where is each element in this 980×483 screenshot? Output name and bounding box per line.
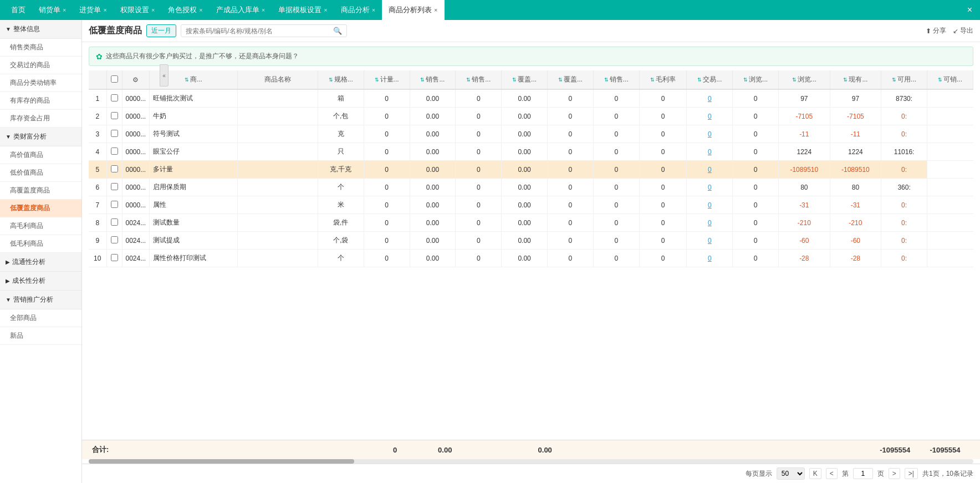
- sidebar-section-marketing[interactable]: ▼ 营销推广分析: [0, 291, 81, 309]
- cell-browse1[interactable]: 0: [687, 161, 733, 179]
- close-icon[interactable]: ×: [324, 7, 327, 13]
- cell-browse1[interactable]: 0: [687, 196, 733, 214]
- cell-check[interactable]: [106, 143, 122, 161]
- horizontal-scrollbar[interactable]: [89, 459, 354, 464]
- sidebar-section-liquidity[interactable]: ▶ 流通性分析: [0, 253, 81, 272]
- cell-cover-qty: 0: [456, 89, 502, 108]
- nav-templates[interactable]: 单据模板设置 ×: [272, 0, 334, 20]
- select-all-checkbox[interactable]: [111, 75, 118, 83]
- nav-permissions[interactable]: 权限设置 ×: [114, 0, 161, 20]
- nav-purchase[interactable]: 进货单 ×: [73, 0, 113, 20]
- cell-check[interactable]: [106, 125, 122, 143]
- next-page-button[interactable]: >: [889, 468, 900, 479]
- nav-analysis-list[interactable]: 商品分析列表 ×: [382, 0, 444, 20]
- cell-check[interactable]: [106, 250, 122, 267]
- row-checkbox[interactable]: [111, 165, 118, 172]
- sidebar-section-wealth[interactable]: ▼ 类财富分析: [0, 128, 81, 146]
- cell-check[interactable]: [106, 179, 122, 196]
- sidebar-section-overall[interactable]: ▼ 整体信息: [0, 20, 81, 39]
- cell-browse1[interactable]: 0: [687, 143, 733, 161]
- search-input[interactable]: [186, 27, 333, 35]
- table-row: 8 0024... 测试数量 袋,件 0 0.00 0 0.00 0 0 0 0…: [89, 214, 973, 232]
- cell-sold-customers: 0: [547, 250, 593, 267]
- share-button[interactable]: ⬆ 分享: [926, 26, 946, 35]
- cell-gross-rate: 0: [593, 161, 639, 179]
- nav-products[interactable]: 产成品入库单 ×: [210, 0, 272, 20]
- row-checkbox[interactable]: [111, 254, 118, 261]
- sidebar-item-stock-capital[interactable]: 库存资金占用: [0, 110, 81, 128]
- cell-browse1[interactable]: 0: [687, 125, 733, 143]
- row-checkbox[interactable]: [111, 148, 118, 155]
- nav-analysis[interactable]: 商品分析 ×: [334, 0, 382, 20]
- cell-cover-rate: 0.00: [502, 143, 548, 161]
- table-row: 7 0000... 属性 米 0 0.00 0 0.00 0 0 0 0 0 -…: [89, 196, 973, 214]
- total-label: 合计:: [92, 445, 109, 455]
- close-icon[interactable]: ×: [151, 7, 155, 13]
- cell-browse1[interactable]: 0: [687, 89, 733, 108]
- export-button[interactable]: ↙ 导出: [953, 26, 973, 35]
- sidebar-collapse-button[interactable]: «: [160, 64, 169, 87]
- cell-sellable: 0:: [881, 108, 927, 125]
- cell-cover-qty: 0: [456, 179, 502, 196]
- sidebar-item-low-margin[interactable]: 低毛利商品: [0, 235, 81, 253]
- sidebar-item-high-coverage[interactable]: 高覆盖度商品: [0, 182, 81, 200]
- sidebar-item-sales-goods[interactable]: 销售类商品: [0, 39, 81, 57]
- sidebar-section-growth[interactable]: ▶ 成长性分析: [0, 272, 81, 291]
- date-filter-button[interactable]: 近一月: [146, 24, 176, 37]
- cell-sold-customers: 0: [547, 232, 593, 250]
- sidebar-item-traded-goods[interactable]: 交易过的商品: [0, 57, 81, 74]
- cell-spec: [237, 125, 318, 143]
- export-icon: ↙: [953, 27, 958, 35]
- cell-current-stock: -28: [779, 250, 830, 267]
- page-number-input[interactable]: [853, 468, 873, 479]
- cell-browse1[interactable]: 0: [687, 214, 733, 232]
- col-settings[interactable]: ⚙: [122, 70, 150, 89]
- close-icon[interactable]: ×: [103, 7, 106, 13]
- sidebar-item-low-coverage[interactable]: 低覆盖度商品: [0, 200, 81, 217]
- cell-idx: 3: [89, 125, 106, 143]
- close-all-button[interactable]: ×: [964, 4, 976, 16]
- cell-browse1[interactable]: 0: [687, 250, 733, 267]
- cell-sellable: 0:: [881, 250, 927, 267]
- cell-check[interactable]: [106, 232, 122, 250]
- row-checkbox[interactable]: [111, 236, 118, 243]
- nav-sales[interactable]: 销货单 ×: [32, 0, 73, 20]
- cell-browse1[interactable]: 0: [687, 108, 733, 125]
- cell-check[interactable]: [106, 196, 122, 214]
- cell-check[interactable]: [106, 161, 122, 179]
- cell-check[interactable]: [106, 108, 122, 125]
- row-checkbox[interactable]: [111, 112, 118, 119]
- sidebar-item-high-margin[interactable]: 高毛利商品: [0, 217, 81, 235]
- close-icon[interactable]: ×: [199, 7, 202, 13]
- last-page-button[interactable]: >|: [905, 468, 918, 479]
- cell-browse1[interactable]: 0: [687, 232, 733, 250]
- row-checkbox[interactable]: [111, 183, 118, 190]
- cell-sold-customers: 0: [547, 108, 593, 125]
- first-page-button[interactable]: K: [809, 468, 821, 479]
- cell-check[interactable]: [106, 89, 122, 108]
- close-icon[interactable]: ×: [372, 7, 375, 13]
- page-size-select[interactable]: 50 100 200: [777, 467, 805, 480]
- cell-check[interactable]: [106, 214, 122, 232]
- nav-home[interactable]: 首页: [4, 0, 32, 20]
- close-icon[interactable]: ×: [262, 7, 265, 13]
- sidebar-item-category-rate[interactable]: 商品分类动销率: [0, 74, 81, 92]
- cell-browse1[interactable]: 0: [687, 179, 733, 196]
- row-checkbox[interactable]: [111, 218, 118, 226]
- sidebar-item-low-value[interactable]: 低价值商品: [0, 164, 81, 182]
- prev-page-button[interactable]: <: [826, 468, 838, 479]
- sidebar-item-in-stock[interactable]: 有库存的商品: [0, 92, 81, 110]
- close-icon[interactable]: ×: [434, 7, 437, 13]
- cell-cover-rate: 0.00: [502, 250, 548, 267]
- cell-spec: [237, 143, 318, 161]
- row-checkbox[interactable]: [111, 201, 118, 208]
- sidebar-item-new-goods[interactable]: 新品: [0, 327, 81, 345]
- sidebar-item-all-goods[interactable]: 全部商品: [0, 309, 81, 327]
- row-checkbox[interactable]: [111, 94, 118, 101]
- col-check[interactable]: [106, 70, 122, 89]
- close-icon[interactable]: ×: [63, 7, 66, 13]
- row-checkbox[interactable]: [111, 130, 118, 137]
- search-icon: 🔍: [333, 27, 342, 35]
- nav-roles[interactable]: 角色授权 ×: [161, 0, 209, 20]
- sidebar-item-high-value[interactable]: 高价值商品: [0, 146, 81, 164]
